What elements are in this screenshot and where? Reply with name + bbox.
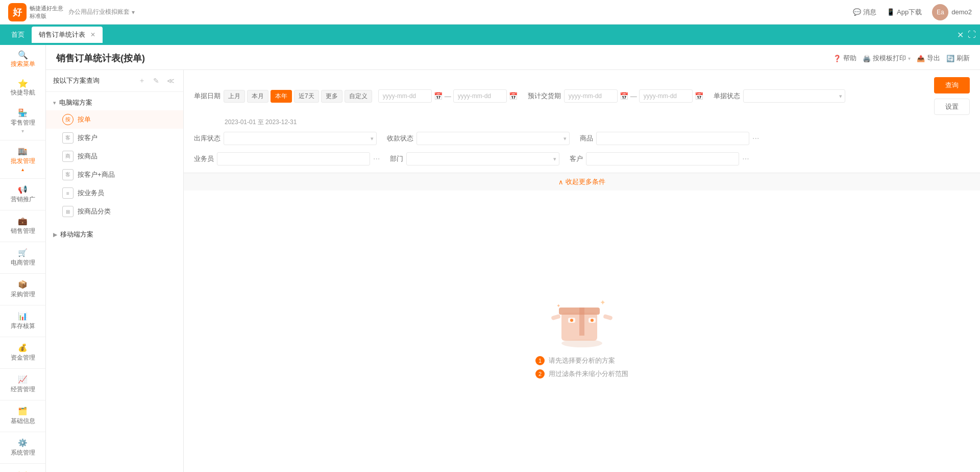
sidebar-item-wholesale[interactable]: 🏬 批发管理 ▴ (0, 140, 45, 179)
search-menu-item[interactable]: 🔍 搜索菜单 (0, 45, 45, 74)
app-name: 办公用品行业模拟账套 ▾ (68, 8, 135, 16)
sidebar-item-basic[interactable]: 🗂️ 基础信息 (0, 400, 45, 432)
salesperson-input[interactable] (217, 152, 370, 166)
tab-close-icon[interactable]: ✕ (90, 31, 95, 38)
ecom-icon: 🛒 (18, 248, 28, 257)
date-start-input[interactable] (378, 89, 432, 103)
date-this-year[interactable]: 本年 (271, 90, 292, 103)
dropdown-arrow-icon[interactable]: ▾ (132, 9, 135, 16)
scheme-item-by-category[interactable]: ⊞ 按商品分类 (46, 202, 183, 221)
hint-number-1: 1 (535, 356, 545, 365)
date-more[interactable]: 更多 (321, 90, 342, 103)
forecast-cal-end-icon[interactable]: 📅 (695, 92, 703, 100)
scheme-group-mobile: ▶ 移动端方案 (46, 224, 183, 245)
query-button[interactable]: 查询 (934, 77, 970, 93)
export-button[interactable]: 📤 导出 (917, 54, 940, 63)
salesperson-dots-button[interactable]: ··· (373, 154, 380, 163)
main-layout: 🔍 搜索菜单 ⭐ 快捷导航 🏪 零售管理 ▾ 🏬 批发管理 ▴ 📢 营销推广 💼… (0, 45, 980, 472)
scheme-item-by-order[interactable]: 按 按单 (46, 110, 183, 129)
date-last-month[interactable]: 上月 (224, 90, 245, 103)
doc-status-field: 单据状态 (714, 89, 845, 103)
by-cust-goods-icon: 客 (62, 169, 74, 180)
template-print-button[interactable]: 🖨️ 按模板打印 ▾ (863, 54, 911, 63)
sidebar-item-marketing[interactable]: 📢 营销推广 (0, 179, 45, 210)
ops-icon: 📈 (18, 375, 28, 384)
scheme-item-by-goods[interactable]: 商 按商品 (46, 147, 183, 166)
avatar: Ea (932, 4, 948, 20)
expand-icon[interactable]: ⛶ (968, 30, 976, 40)
by-customer-icon: 客 (62, 132, 74, 144)
sidebar-item-system[interactable]: ⚙️ 系统管理 (0, 432, 45, 464)
tab-bar: 首页 销售订单统计表 ✕ ✕ ⛶ (0, 25, 980, 45)
collapse-bar[interactable]: ∧ 收起更多条件 (184, 173, 980, 191)
receipt-status-field: 收款状态 (387, 132, 570, 145)
scheme-group-mobile-header[interactable]: ▶ 移动端方案 (46, 227, 183, 242)
goods-field: 商品 ··· (580, 132, 759, 145)
calendar-end-icon[interactable]: 📅 (509, 92, 518, 100)
setting-button[interactable]: 设置 (934, 99, 970, 115)
customer-dots-button[interactable]: ··· (742, 154, 749, 163)
help-button[interactable]: ❓ 帮助 (833, 54, 856, 63)
sidebar-item-sales[interactable]: 💼 销售管理 (0, 210, 45, 242)
svg-point-7 (591, 319, 594, 322)
page-title: 销售订单统计表(按单) (56, 52, 145, 64)
sidebar-item-purchase[interactable]: 📦 采购管理 (0, 274, 45, 305)
forecast-cal-start-icon[interactable]: 📅 (620, 92, 628, 100)
scheme-group-pc: ▾ 电脑端方案 按 按单 客 按客户 商 (46, 92, 183, 224)
receipt-status-select[interactable] (416, 132, 570, 145)
date-range-inputs: 📅 — 📅 (378, 89, 518, 103)
filter-action-buttons: 查询 设置 (934, 77, 970, 115)
app-download-button[interactable]: 📱 App下载 (887, 8, 922, 17)
svg-rect-3 (579, 308, 584, 336)
top-bar-left: 好 畅捷通好生意 标准版 办公用品行业模拟账套 ▾ (8, 3, 135, 21)
help-icon: ❓ (833, 55, 841, 62)
scheme-item-by-cust-goods[interactable]: 客 按客户+商品 (46, 166, 183, 184)
date-last-7-days[interactable]: 近7天 (294, 90, 319, 103)
doc-status-select[interactable] (743, 89, 845, 103)
sidebar-item-corp[interactable]: 🤝 企业协同 (0, 464, 45, 472)
out-status-select-wrapper (224, 132, 377, 145)
logo-icon: 好 (8, 3, 27, 21)
customer-input[interactable] (586, 152, 739, 166)
sidebar-item-ecom[interactable]: 🛒 电商管理 (0, 242, 45, 274)
sidebar-item-ops[interactable]: 📈 经营管理 (0, 369, 45, 400)
page-header: 销售订单统计表(按单) ❓ 帮助 🖨️ 按模板打印 ▾ 📤 导出 🔄 刷新 (46, 45, 980, 70)
calendar-start-icon[interactable]: 📅 (434, 92, 443, 100)
salesperson-field: 业务员 ··· (194, 152, 380, 166)
out-status-select[interactable] (224, 132, 377, 145)
scheme-item-by-salesperson[interactable]: ≡ 按业务员 (46, 184, 183, 202)
message-button[interactable]: 💬 消息 (853, 8, 876, 17)
goods-input[interactable] (596, 132, 749, 145)
date-end-input[interactable] (453, 89, 507, 103)
user-menu[interactable]: Ea demo2 (932, 4, 972, 20)
forecast-end-input[interactable] (639, 89, 693, 103)
edit-scheme-button[interactable]: ✎ (151, 75, 162, 86)
quick-nav-item[interactable]: ⭐ 快捷导航 (0, 74, 45, 102)
collapse-scheme-button[interactable]: ≪ (165, 75, 176, 86)
forecast-date-inputs: 📅 — 📅 (564, 89, 703, 103)
tab-sales-stat[interactable]: 销售订单统计表 ✕ (32, 27, 103, 43)
refresh-button[interactable]: 🔄 刷新 (946, 54, 970, 63)
filter-scheme-layout: 按以下方案查询 ＋ ✎ ≪ ▾ 电脑端方案 按 (46, 70, 980, 472)
filter-row-3: 业务员 ··· 部门 (194, 152, 970, 173)
scheme-group-pc-header[interactable]: ▾ 电脑端方案 (46, 95, 183, 110)
scheme-item-by-customer[interactable]: 客 按客户 (46, 129, 183, 147)
sidebar-item-finance[interactable]: 💰 资金管理 (0, 337, 45, 369)
dept-select[interactable] (406, 152, 559, 166)
svg-point-6 (570, 319, 573, 322)
scheme-icons: ＋ ✎ ≪ (136, 75, 176, 86)
date-this-month[interactable]: 本月 (247, 90, 268, 103)
sidebar-item-stock[interactable]: 📊 库存核算 (0, 305, 45, 337)
empty-state: ✦ ✦ 1 请先选择要分析的方案 2 用过滤条件来缩小分析范围 (184, 191, 980, 472)
page-actions: ❓ 帮助 🖨️ 按模板打印 ▾ 📤 导出 🔄 刷新 (833, 54, 970, 63)
close-window-icon[interactable]: ✕ (957, 30, 964, 40)
empty-illustration: ✦ ✦ (549, 285, 615, 351)
date-custom[interactable]: 自定义 (345, 90, 372, 103)
empty-hints: 1 请先选择要分析的方案 2 用过滤条件来缩小分析范围 (535, 356, 628, 379)
add-scheme-button[interactable]: ＋ (136, 75, 148, 86)
tab-home[interactable]: 首页 (4, 27, 32, 43)
sidebar-item-retail[interactable]: 🏪 零售管理 ▾ (0, 102, 45, 140)
goods-dots-button[interactable]: ··· (752, 134, 759, 143)
finance-icon: 💰 (18, 343, 28, 352)
forecast-start-input[interactable] (564, 89, 618, 103)
